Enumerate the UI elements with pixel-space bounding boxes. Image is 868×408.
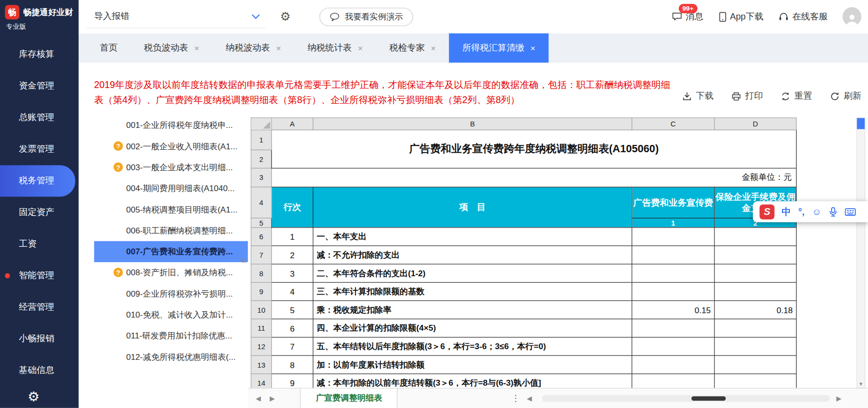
report-item-011[interactable]: 011-研发费用加计扣除优惠... (94, 325, 248, 346)
report-item-002[interactable]: ?002-一般企业收入明细表(A1... (94, 136, 248, 157)
col-header-D[interactable]: D (715, 118, 797, 130)
close-icon[interactable]: × (358, 43, 363, 53)
close-icon[interactable]: × (530, 43, 535, 53)
import-error-dropdown[interactable]: 导入报错 (86, 5, 266, 28)
cell-value-c[interactable] (632, 283, 715, 301)
subhead-col1[interactable]: 1 (632, 218, 715, 227)
app-download-button[interactable]: App下载 (718, 11, 764, 22)
cell-line-num[interactable]: 5 (272, 301, 313, 319)
hscroll-left-icon[interactable]: ◀ (527, 394, 532, 402)
sheet-prev-icon[interactable]: ◀ (256, 394, 261, 402)
messages-button[interactable]: 99+ 消息 (671, 11, 703, 22)
sidebar-item-fixed-assets[interactable]: 固定资产 (0, 197, 79, 229)
head-cell-ad-fee[interactable]: 广告费和业务宣传费 (632, 187, 715, 218)
row-header-4[interactable]: 4 (251, 187, 272, 218)
ime-microphone-icon[interactable] (829, 207, 837, 217)
cell-line-num[interactable]: 8 (272, 355, 313, 374)
tab-income-tax-settlement[interactable]: 所得税汇算清缴× (449, 33, 548, 62)
cell-item[interactable]: 乘：税收规定扣除率 (313, 301, 632, 319)
sidebar-item-general-ledger[interactable]: 总账管理 (0, 102, 79, 134)
cell-value-d[interactable] (715, 283, 797, 301)
sheet-tab-adfee[interactable]: 广宣费调整明细表 (300, 388, 398, 408)
row-header-6[interactable]: 6 (251, 228, 272, 246)
row-header-12[interactable]: 12 (251, 337, 272, 356)
col-header-C[interactable]: C (632, 118, 715, 130)
sidebar-item-tax[interactable]: 税务管理 (0, 165, 75, 197)
horizontal-scrollbar[interactable] (542, 395, 830, 402)
row-header-8[interactable]: 8 (251, 264, 272, 283)
reset-button[interactable]: 重置 (781, 90, 812, 102)
cell-item[interactable]: 四、本企业计算的扣除限额(4×5) (313, 319, 632, 337)
ime-punctuation-icon[interactable]: °, (798, 207, 804, 216)
sidebar-item-smart-management[interactable]: 智能管理 (0, 260, 79, 292)
cell-value-c[interactable]: 0.15 (632, 301, 715, 319)
hscroll-right-icon[interactable]: ▶ (836, 394, 842, 402)
cell-value-d[interactable] (715, 264, 797, 283)
user-avatar[interactable] (843, 7, 862, 26)
sogou-logo-icon[interactable]: S (760, 204, 775, 219)
cell-value-c[interactable] (632, 337, 715, 356)
report-item-007[interactable]: 007-广告费和业务宣传费跨... (94, 241, 248, 262)
collapse-panel-icon[interactable]: « (240, 254, 246, 266)
help-icon[interactable]: ? (114, 267, 123, 277)
row-header-5[interactable]: 5 (251, 218, 272, 227)
close-icon[interactable]: × (276, 43, 281, 53)
sheet-next-icon[interactable]: ▶ (270, 394, 275, 402)
head-cell-rownum[interactable]: 行次 (272, 187, 313, 228)
row-header-11[interactable]: 11 (251, 319, 272, 337)
cell-value-d[interactable] (715, 228, 797, 246)
cell-value-d[interactable] (715, 337, 797, 356)
cell-line-num[interactable]: 4 (272, 283, 313, 301)
close-icon[interactable]: × (194, 43, 199, 53)
sidebar-item-invoice[interactable]: 发票管理 (0, 134, 79, 165)
report-item-012[interactable]: 012-减免所得税优惠明细表(... (94, 346, 248, 367)
cell-value-d[interactable] (715, 319, 797, 337)
cell-item[interactable]: 减：不允许扣除的支出 (313, 246, 632, 264)
cell-item[interactable]: 加：以前年度累计结转扣除额 (313, 355, 632, 374)
row-header-3[interactable]: 3 (251, 168, 272, 187)
tab-tax-statistics[interactable]: 纳税统计表× (294, 33, 376, 62)
help-icon[interactable]: ? (114, 162, 123, 172)
close-icon[interactable]: × (431, 43, 436, 53)
sidebar-item-funds[interactable]: 资金管理 (0, 71, 79, 102)
demo-button[interactable]: 我要看实例演示 (319, 7, 413, 26)
cell-item[interactable]: 三、本年计算扣除限额的基数 (313, 283, 632, 301)
print-button[interactable]: 打印 (732, 90, 763, 102)
scroll-down-arrow-icon[interactable]: ▼ (857, 381, 865, 387)
head-cell-item[interactable]: 项 目 (313, 187, 632, 228)
sidebar-item-business-management[interactable]: 经营管理 (0, 291, 79, 323)
col-header-B[interactable]: B (313, 118, 632, 130)
ime-language-mode-icon[interactable]: 中 (782, 207, 791, 216)
cell-item[interactable]: 一、本年支出 (313, 228, 632, 246)
row-header-1[interactable]: 1 (251, 130, 272, 150)
tab-tax-burden[interactable]: 税负波动表× (131, 33, 212, 62)
sidebar-item-inventory[interactable]: 库存核算 (0, 39, 79, 71)
cell-value-c[interactable] (632, 264, 715, 283)
tab-home[interactable]: 首页 (86, 33, 131, 62)
select-all-corner[interactable] (251, 118, 272, 130)
sidebar-item-payroll[interactable]: 工资 (0, 229, 79, 260)
row-header-13[interactable]: 13 (251, 355, 272, 374)
cell-value-d[interactable] (715, 355, 797, 374)
cell-line-num[interactable]: 6 (272, 319, 313, 337)
row-header-10[interactable]: 10 (251, 301, 272, 319)
unit-cell[interactable]: 金额单位：元 (272, 168, 796, 187)
download-button[interactable]: 下载 (682, 90, 714, 102)
col-header-A[interactable]: A (272, 118, 313, 130)
more-options-icon[interactable]: ⋮ (511, 393, 520, 404)
report-item-008[interactable]: ?008-资产折旧、摊销及纳税... (94, 262, 248, 283)
report-item-005[interactable]: 005-纳税调整项目明细表(A1... (94, 199, 248, 220)
cell-value-d[interactable]: 0.18 (715, 301, 797, 319)
report-item-004[interactable]: 004-期间费用明细表(A1040... (94, 178, 248, 199)
cell-item[interactable]: 二、本年符合条件的支出(1-2) (313, 264, 632, 283)
horizontal-scrollbar-thumb[interactable] (692, 396, 726, 400)
row-header-9[interactable]: 9 (251, 283, 272, 301)
report-item-010[interactable]: 010-免税、减计收入及加计... (94, 304, 248, 325)
help-icon[interactable]: ? (114, 142, 123, 151)
report-item-001[interactable]: 001-企业所得税年度纳税申... (94, 115, 248, 136)
refresh-button[interactable]: 刷新 (830, 90, 861, 102)
cell-line-num[interactable]: 1 (272, 228, 313, 246)
cell-value-d[interactable] (715, 246, 797, 264)
vertical-scrollbar-thumb[interactable] (857, 118, 865, 129)
online-service-button[interactable]: 在线客服 (778, 11, 827, 22)
